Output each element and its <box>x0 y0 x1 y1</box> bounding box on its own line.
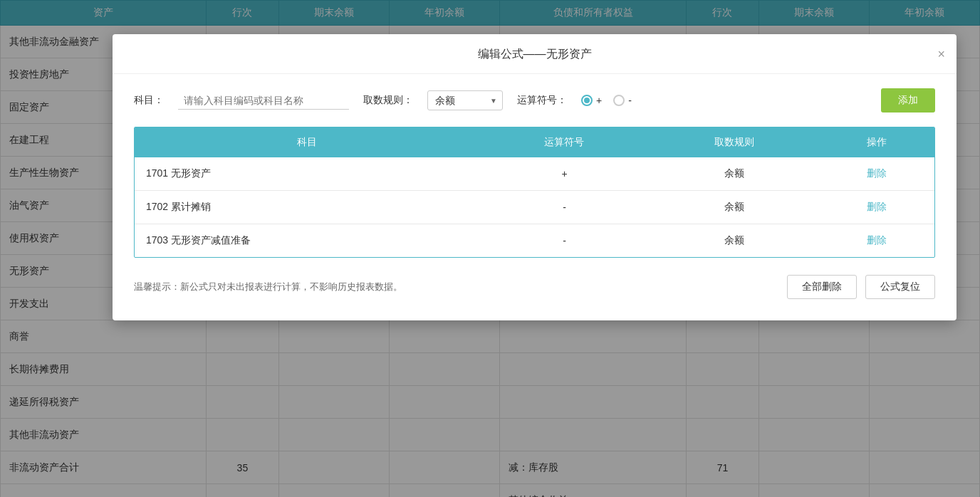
formula-operator: + <box>479 157 649 191</box>
formula-rule: 余额 <box>650 191 819 224</box>
formula-row: 1703 无形资产减值准备-余额删除 <box>135 224 934 258</box>
delete-all-button[interactable]: 全部删除 <box>787 275 857 299</box>
delete-row-button[interactable]: 删除 <box>867 167 887 179</box>
footer-buttons: 全部删除 公式复位 <box>787 275 935 299</box>
col-subject: 科目 <box>135 127 479 157</box>
operator-plus-label: + <box>596 95 602 106</box>
col-action: 操作 <box>819 127 934 157</box>
formula-action: 删除 <box>819 224 934 258</box>
rule-label: 取数规则： <box>363 94 413 107</box>
formula-subject: 1702 累计摊销 <box>135 191 479 224</box>
operator-plus-radio[interactable]: + <box>581 95 602 106</box>
formula-action: 删除 <box>819 191 934 224</box>
modal-title: 编辑公式——无形资产 <box>478 47 592 62</box>
formula-table: 科目 运算符号 取数规则 操作 1701 无形资产+余额删除1702 累计摊销-… <box>134 127 935 258</box>
delete-row-button[interactable]: 删除 <box>867 234 887 246</box>
delete-row-button[interactable]: 删除 <box>867 201 887 212</box>
reset-formula-button[interactable]: 公式复位 <box>865 275 935 299</box>
radio-minus-circle <box>613 95 625 106</box>
add-button[interactable]: 添加 <box>881 88 935 113</box>
edit-formula-modal: 编辑公式——无形资产 × 科目： 取数规则： 余额 借方 贷方 借方发生额 贷方… <box>113 34 956 320</box>
rule-select[interactable]: 余额 借方 贷方 借方发生额 贷方发生额 <box>427 90 503 110</box>
formula-subject: 1701 无形资产 <box>135 157 479 191</box>
form-row: 科目： 取数规则： 余额 借方 贷方 借方发生额 贷方发生额 运算符号： + - <box>113 74 956 127</box>
modal-footer: 温馨提示：新公式只对未出报表进行计算，不影响历史报表数据。 全部删除 公式复位 <box>113 258 956 299</box>
formula-action: 删除 <box>819 157 934 191</box>
formula-subject: 1703 无形资产减值准备 <box>135 224 479 258</box>
formula-operator: - <box>479 191 649 224</box>
footer-hint: 温馨提示：新公式只对未出报表进行计算，不影响历史报表数据。 <box>134 281 402 293</box>
operator-radio-group: + - <box>581 95 632 106</box>
rule-select-wrapper[interactable]: 余额 借方 贷方 借方发生额 贷方发生额 <box>427 90 503 110</box>
col-operator: 运算符号 <box>479 127 649 157</box>
formula-row: 1701 无形资产+余额删除 <box>135 157 934 191</box>
formula-rule: 余额 <box>650 157 819 191</box>
col-rule: 取数规则 <box>650 127 819 157</box>
formula-row: 1702 累计摊销-余额删除 <box>135 191 934 224</box>
operator-minus-label: - <box>628 95 632 106</box>
formula-rule: 余额 <box>650 224 819 258</box>
formula-operator: - <box>479 224 649 258</box>
subject-label: 科目： <box>134 94 164 107</box>
subject-input[interactable] <box>178 92 349 110</box>
operator-minus-radio[interactable]: - <box>613 95 632 106</box>
modal-close-button[interactable]: × <box>937 48 945 61</box>
modal-header: 编辑公式——无形资产 × <box>113 34 956 74</box>
radio-plus-circle <box>581 95 593 106</box>
operator-label: 运算符号： <box>517 94 567 107</box>
